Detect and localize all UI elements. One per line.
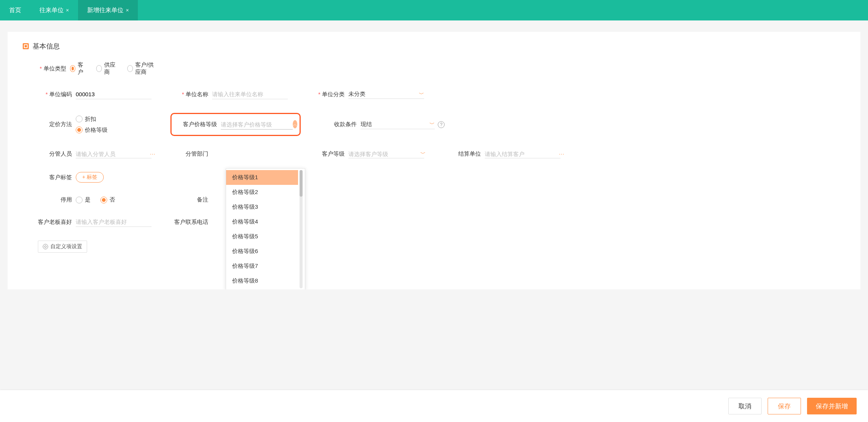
radio-price-level[interactable]: 价格等级 xyxy=(76,127,108,134)
radio-both[interactable]: 客户/供应商 xyxy=(127,61,159,76)
tab-label: 新增往来单位 xyxy=(87,6,123,14)
label-cust-level: 客户等级 xyxy=(307,150,348,158)
label-cust-tag: 客户标签 xyxy=(34,174,76,181)
label-dept: 分管部门 xyxy=(170,150,212,158)
dropdown-item[interactable]: 价格等级6 xyxy=(226,244,298,259)
close-icon[interactable]: × xyxy=(66,7,69,13)
price-level-highlight: 客户价格等级 ︿ xyxy=(170,113,301,136)
pricing-method-radio-group: 折扣 价格等级 xyxy=(76,116,108,134)
cust-level-input[interactable] xyxy=(348,151,420,157)
close-icon[interactable]: × xyxy=(126,7,129,13)
dropdown-item[interactable]: 价格等级3 xyxy=(226,200,298,214)
custom-fields-label: 自定义项设置 xyxy=(50,243,82,250)
label-boss-pref: 客户老板喜好 xyxy=(34,219,76,226)
tab-label: 往来单位 xyxy=(39,6,64,14)
form-card: 基本信息 *单位类型 客户 供应商 客户/供应商 *单位编码 *单位名称 *单位… xyxy=(8,32,860,289)
receipt-cond-select[interactable]: 现结 ﹀ xyxy=(361,120,435,129)
tab-home[interactable]: 首页 xyxy=(0,0,30,20)
unit-code-input[interactable] xyxy=(76,89,151,99)
chevron-down-icon: ﹀ xyxy=(420,150,426,157)
radio-disabled-yes[interactable]: 是 xyxy=(76,196,91,203)
dropdown-item[interactable]: 价格等级2 xyxy=(226,185,298,200)
chevron-down-icon: ﹀ xyxy=(429,121,435,128)
top-tab-bar: 首页 往来单位× 新增往来单位× xyxy=(0,0,868,20)
label-disabled: 停用 xyxy=(34,196,76,203)
unit-name-input[interactable] xyxy=(212,89,288,99)
tab-label: 首页 xyxy=(9,6,21,14)
unit-type-radio-group: 客户 供应商 客户/供应商 xyxy=(70,61,159,76)
tab-list[interactable]: 往来单位× xyxy=(30,0,78,20)
disabled-radio-group: 是 否 xyxy=(76,196,115,203)
manager-input[interactable] xyxy=(76,151,148,157)
settle-unit-select[interactable]: ··· xyxy=(485,150,560,158)
dropdown-item[interactable]: 价格等级5 xyxy=(226,229,298,244)
price-level-dropdown[interactable]: 价格等级1 价格等级2 价格等级3 价格等级4 价格等级5 价格等级6 价格等级… xyxy=(226,168,305,289)
help-icon[interactable]: ? xyxy=(438,121,445,128)
radio-disabled-no[interactable]: 否 xyxy=(100,196,115,203)
label-unit-type: *单位类型 xyxy=(34,65,70,72)
unit-category-value: 未分类 xyxy=(348,91,419,98)
dropdown-item[interactable]: 价格等级7 xyxy=(226,259,298,274)
chevron-up-icon[interactable]: ︿ xyxy=(293,120,297,128)
label-remark: 备注 xyxy=(170,196,212,203)
dropdown-item[interactable]: 价格等级8 xyxy=(226,274,298,288)
label-cust-phone: 客户联系电话 xyxy=(170,219,212,226)
add-tag-button[interactable]: + 标签 xyxy=(76,172,104,183)
boss-pref-input[interactable] xyxy=(76,217,151,227)
label-price-level: 客户价格等级 xyxy=(175,121,221,128)
label-unit-name: *单位名称 xyxy=(170,91,212,98)
cust-level-select[interactable]: ﹀ xyxy=(348,150,424,158)
section-title-text: 基本信息 xyxy=(33,42,60,51)
section-title: 基本信息 xyxy=(23,42,845,51)
receipt-cond-value: 现结 xyxy=(361,121,429,128)
label-receipt-cond: 收款条件 xyxy=(320,121,361,128)
radio-supplier[interactable]: 供应商 xyxy=(96,61,117,76)
price-level-select[interactable]: ︿ xyxy=(221,119,293,130)
price-level-input[interactable] xyxy=(221,121,293,128)
radio-customer[interactable]: 客户 xyxy=(70,61,87,76)
more-icon[interactable]: ··· xyxy=(559,151,565,157)
settle-unit-input[interactable] xyxy=(485,151,557,157)
custom-fields-button[interactable]: 自定义项设置 xyxy=(38,241,87,253)
dropdown-item[interactable]: 价格等级4 xyxy=(226,214,298,229)
label-unit-code: *单位编码 xyxy=(34,91,76,98)
label-settle-unit: 结算单位 xyxy=(443,150,485,158)
tab-add-unit[interactable]: 新增往来单位× xyxy=(78,0,138,20)
radio-discount[interactable]: 折扣 xyxy=(76,116,108,123)
label-pricing-method: 定价方法 xyxy=(34,121,76,128)
dropdown-item[interactable]: 价格等级1 xyxy=(226,170,298,185)
manager-select[interactable]: ··· xyxy=(76,150,151,158)
gear-icon xyxy=(43,244,48,249)
unit-category-select[interactable]: 未分类 ﹀ xyxy=(348,90,424,99)
label-manager: 分管人员 xyxy=(34,150,76,158)
label-unit-category: *单位分类 xyxy=(307,91,348,98)
chevron-down-icon: ﹀ xyxy=(419,91,424,98)
section-icon xyxy=(23,43,29,49)
more-icon[interactable]: ··· xyxy=(150,151,156,157)
